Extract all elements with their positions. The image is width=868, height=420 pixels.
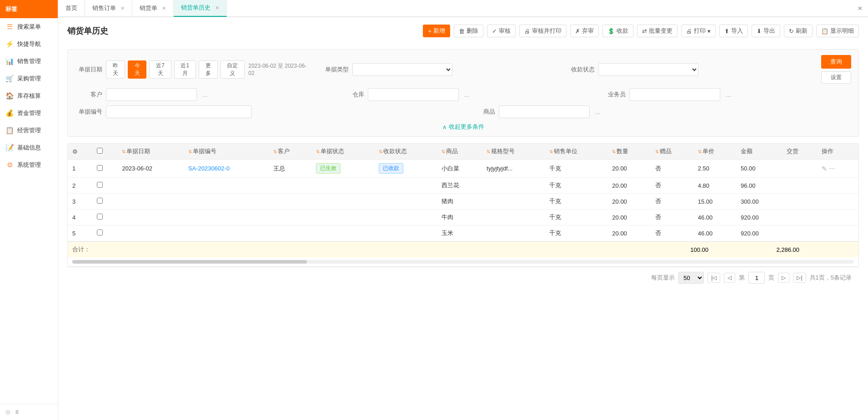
- sidebar-item-basic-info[interactable]: 📝 基础信息: [0, 139, 58, 156]
- doc-type-field: 单据类型: [321, 63, 559, 76]
- goods-input[interactable]: [499, 105, 590, 118]
- query-button[interactable]: 查询: [821, 55, 851, 69]
- collect-status-select[interactable]: [598, 63, 698, 76]
- cell-checkbox[interactable]: [92, 210, 118, 225]
- tab-sales-history[interactable]: 销货单历史 ✕: [174, 0, 227, 17]
- collect-button[interactable]: 💲 收款: [602, 25, 633, 37]
- sidebar-collapse-icon[interactable]: ⊙: [5, 409, 10, 415]
- audit-print-button[interactable]: 🖨 审核并打印: [519, 25, 567, 37]
- horizontal-scrollbar[interactable]: [72, 260, 854, 264]
- show-detail-button[interactable]: 📋 显示明细: [816, 25, 859, 37]
- sidebar-item-label: 经营管理: [17, 126, 41, 135]
- cell-checkbox[interactable]: [92, 225, 118, 241]
- col-customer[interactable]: ⇅客户: [269, 144, 311, 160]
- last7days-btn[interactable]: 近7天: [149, 60, 171, 79]
- custom-btn[interactable]: 自定义: [221, 60, 245, 79]
- tab-sales-history-close[interactable]: ✕: [215, 5, 219, 11]
- edit-action-icon[interactable]: ✎: [822, 165, 827, 172]
- doc-type-select[interactable]: [352, 63, 452, 76]
- cell-checkbox[interactable]: [92, 194, 118, 210]
- col-settings[interactable]: ⚙: [68, 144, 92, 160]
- today-btn[interactable]: 今天: [128, 60, 147, 79]
- tab-sales-goods[interactable]: 销货单 ✕: [132, 0, 174, 17]
- collect-status-badge: 已收款: [379, 163, 403, 174]
- salesperson-ellipsis[interactable]: ...: [724, 91, 733, 98]
- select-all-checkbox[interactable]: [97, 148, 103, 154]
- col-amount: 金额: [736, 144, 782, 160]
- cell-checkbox[interactable]: [92, 178, 118, 194]
- filter-collapse[interactable]: ∧ 收起更多条件: [75, 123, 851, 131]
- col-unit-price[interactable]: ⇅单价: [693, 144, 736, 160]
- last1month-btn[interactable]: 近1月: [174, 60, 196, 79]
- sidebar-pause-icon[interactable]: ⏸: [14, 409, 20, 415]
- sidebar-item-sales-mgmt[interactable]: 📊 销售管理: [0, 53, 58, 70]
- more-action-icon[interactable]: ⋯: [829, 165, 835, 172]
- table-footer: 合计： 100.00 2,286.00: [68, 241, 858, 257]
- refresh-button[interactable]: ↻ 刷新: [784, 25, 813, 37]
- sidebar-item-quick-nav[interactable]: ⚡ 快捷导航: [0, 35, 58, 53]
- col-gift[interactable]: ⇅赠品: [651, 144, 693, 160]
- audit-button[interactable]: ✓ 审核: [487, 25, 516, 37]
- cell-checkbox[interactable]: [92, 160, 118, 178]
- sidebar-item-label: 资金管理: [17, 109, 41, 117]
- col-doc-status[interactable]: ⇅单据状态: [311, 144, 374, 160]
- warehouse-field: 仓库 ...: [337, 88, 590, 101]
- table-row: 3猪肉千克20.00否15.00300.00: [68, 194, 858, 210]
- tab-home[interactable]: 首页: [58, 0, 85, 17]
- row-checkbox[interactable]: [97, 198, 103, 204]
- first-page-button[interactable]: |◁: [707, 273, 720, 283]
- col-goods[interactable]: ⇅商品: [437, 144, 482, 160]
- tab-sales-order-close[interactable]: ✕: [120, 5, 125, 11]
- col-spec-type[interactable]: ⇅规格型号: [482, 144, 545, 160]
- export-button[interactable]: ⬇ 导出: [752, 25, 780, 37]
- yesterday-btn[interactable]: 昨天: [106, 60, 125, 79]
- col-sales-unit[interactable]: ⇅销售单位: [545, 144, 607, 160]
- last-page-button[interactable]: ▷|: [793, 273, 806, 283]
- warehouse-ellipsis[interactable]: ...: [462, 91, 472, 98]
- table-row: 12023-06-02SA-20230602-0王总已生效已收款小白菜tyjyj…: [68, 160, 858, 178]
- col-quantity[interactable]: ⇅数量: [607, 144, 650, 160]
- salesperson-input[interactable]: [629, 88, 720, 101]
- col-doc-no[interactable]: ⇅单据编号: [184, 144, 269, 160]
- sidebar-item-inventory[interactable]: 🏠 库存核算: [0, 87, 58, 105]
- customer-ellipsis[interactable]: ...: [201, 91, 210, 98]
- per-page-select[interactable]: 50 100 200: [678, 272, 704, 284]
- sidebar: 标签 ☰ 搜索菜单 ⚡ 快捷导航 📊 销售管理 🛒 采购管理 🏠 库存核算 💰 …: [0, 0, 58, 420]
- audit-print-icon: 🖨: [524, 28, 530, 35]
- sidebar-item-purchase-mgmt[interactable]: 🛒 采购管理: [0, 70, 58, 87]
- sidebar-item-label: 搜索菜单: [17, 23, 41, 31]
- import-button[interactable]: ⬆ 导入: [719, 25, 748, 37]
- sidebar-item-sys-mgmt[interactable]: ⚙ 系统管理: [0, 156, 58, 174]
- delete-button[interactable]: 🗑 删除: [454, 25, 483, 37]
- customer-input[interactable]: [106, 88, 197, 101]
- row-checkbox[interactable]: [97, 165, 103, 171]
- row-checkbox[interactable]: [97, 230, 103, 235]
- page-number-input[interactable]: [748, 272, 765, 284]
- tab-sales-goods-close[interactable]: ✕: [162, 5, 166, 11]
- col-doc-date[interactable]: ⇅单据日期: [117, 144, 184, 160]
- sidebar-item-finance-mgmt[interactable]: 💰 资金管理: [0, 105, 58, 122]
- goods-ellipsis[interactable]: ...: [593, 108, 602, 115]
- setting-button[interactable]: 设置: [821, 71, 851, 84]
- row-checkbox[interactable]: [97, 182, 103, 188]
- next-page-button[interactable]: ▷: [778, 273, 789, 283]
- sidebar-item-ops-mgmt[interactable]: 📋 经营管理: [0, 122, 58, 139]
- tab-bar: 首页 销售订单 ✕ 销货单 ✕ 销货单历史 ✕ ✕: [58, 0, 868, 17]
- print-button[interactable]: 🖨 打印 ▾: [681, 25, 716, 37]
- more-btn[interactable]: 更多: [199, 60, 218, 79]
- sidebar-item-search-menu[interactable]: ☰ 搜索菜单: [0, 18, 58, 35]
- doc-no-link[interactable]: SA-20230602-0: [188, 165, 230, 172]
- add-button[interactable]: + 新增: [423, 25, 450, 37]
- row-checkbox[interactable]: [97, 214, 103, 220]
- col-collect-status[interactable]: ⇅收款状态: [374, 144, 437, 160]
- prev-page-button[interactable]: ◁: [724, 273, 735, 283]
- batch-change-button[interactable]: ⇄ 批量变更: [637, 25, 677, 37]
- abandon-button[interactable]: ✗ 弃审: [570, 25, 599, 37]
- close-all-tabs-button[interactable]: ✕: [858, 5, 863, 12]
- cell-gift: 否: [651, 178, 693, 194]
- doc-no-input[interactable]: [106, 105, 251, 118]
- tab-sales-order[interactable]: 销售订单 ✕: [85, 0, 132, 17]
- tab-home-label: 首页: [65, 4, 77, 12]
- warehouse-input[interactable]: [368, 88, 459, 101]
- cell-gift: 否: [651, 225, 693, 241]
